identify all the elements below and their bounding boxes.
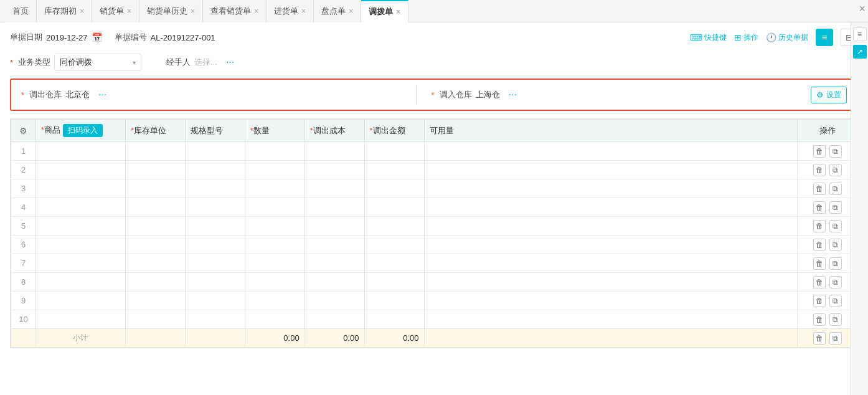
cell-available[interactable] [424,292,798,310]
tab-transfer[interactable]: 调拨单 × [361,0,408,22]
settings-button[interactable]: ⚙ 设置 [811,87,847,103]
cell-available[interactable] [424,217,798,236]
copy-icon[interactable]: ⧉ [829,220,842,232]
cell-available[interactable] [424,198,798,217]
cell-amount[interactable] [364,254,424,273]
cell-quantity[interactable] [245,254,304,273]
cell-spec[interactable] [185,310,245,329]
operations-button[interactable]: ⊞ 操作 [734,32,758,43]
close-icon[interactable]: × [191,7,195,16]
cell-amount[interactable] [364,179,424,198]
cell-cost[interactable] [304,254,364,273]
cell-product[interactable] [36,236,126,254]
close-icon[interactable]: × [349,7,353,16]
cell-product[interactable] [36,273,126,292]
delete-icon[interactable]: 🗑 [813,183,826,195]
cell-quantity[interactable] [245,292,304,310]
cell-quantity[interactable] [245,236,304,254]
cell-product[interactable] [36,254,126,273]
th-settings[interactable]: ⚙ [11,120,36,142]
copy-icon[interactable]: ⧉ [829,239,842,251]
cell-quantity[interactable] [245,217,304,236]
cell-unit[interactable] [125,142,185,161]
cell-spec[interactable] [185,254,245,273]
delete-icon[interactable]: 🗑 [813,164,826,176]
close-icon[interactable]: × [301,7,306,16]
cell-product[interactable] [36,161,126,179]
cell-spec[interactable] [185,142,245,161]
cell-unit[interactable] [125,236,185,254]
cell-product[interactable] [36,217,126,236]
cell-quantity[interactable] [245,179,304,198]
right-panel-list-button[interactable]: ≡ [853,27,867,41]
copy-icon[interactable]: ⧉ [829,332,842,345]
cell-amount[interactable] [364,236,424,254]
cell-spec[interactable] [185,179,245,198]
cell-available[interactable] [424,236,798,254]
cell-cost[interactable] [304,161,364,179]
delete-icon[interactable]: 🗑 [813,220,826,232]
cell-available[interactable] [424,254,798,273]
cell-cost[interactable] [304,142,364,161]
cell-spec[interactable] [185,292,245,310]
cell-amount[interactable] [364,292,424,310]
delete-icon[interactable]: 🗑 [813,276,826,288]
window-close-button[interactable]: × [859,2,866,16]
close-icon[interactable]: × [396,7,400,16]
cell-spec[interactable] [185,161,245,179]
cell-quantity[interactable] [245,273,304,292]
cell-unit[interactable] [125,179,185,198]
cell-spec[interactable] [185,236,245,254]
cell-product[interactable] [36,142,126,161]
copy-icon[interactable]: ⧉ [829,313,842,326]
cell-cost[interactable] [304,217,364,236]
copy-icon[interactable]: ⧉ [829,295,842,307]
delete-icon[interactable]: 🗑 [813,313,826,326]
cell-quantity[interactable] [245,198,304,217]
cell-cost[interactable] [304,236,364,254]
calendar-icon[interactable]: 📅 [92,32,102,42]
cell-product[interactable] [36,292,126,310]
cell-available[interactable] [424,179,798,198]
cell-unit[interactable] [125,292,185,310]
cell-unit[interactable] [125,161,185,179]
cell-amount[interactable] [364,217,424,236]
close-icon[interactable]: × [127,7,131,16]
copy-icon[interactable]: ⧉ [829,257,842,270]
cell-amount[interactable] [364,198,424,217]
cell-amount[interactable] [364,310,424,329]
cell-available[interactable] [424,161,798,179]
cell-unit[interactable] [125,254,185,273]
cell-unit[interactable] [125,310,185,329]
delete-icon[interactable]: 🗑 [813,332,826,345]
delete-icon[interactable]: 🗑 [813,295,826,307]
close-icon[interactable]: × [254,7,258,16]
copy-icon[interactable]: ⧉ [829,164,842,176]
cell-product[interactable] [36,310,126,329]
delete-icon[interactable]: 🗑 [813,145,826,158]
tab-purchase[interactable]: 进货单 × [267,0,314,22]
cell-product[interactable] [36,179,126,198]
target-warehouse-more[interactable]: ··· [509,89,517,100]
scan-input-button[interactable]: 扫码录入 [63,124,103,137]
tab-inventory-check[interactable]: 盘点单 × [314,0,361,22]
cell-spec[interactable] [185,273,245,292]
delete-icon[interactable]: 🗑 [813,239,826,251]
cell-cost[interactable] [304,273,364,292]
cell-cost[interactable] [304,179,364,198]
cell-cost[interactable] [304,198,364,217]
tab-sales-history[interactable]: 销货单历史 × [139,0,203,22]
cell-quantity[interactable] [245,142,304,161]
tab-inventory-init[interactable]: 库存期初 × [37,0,92,22]
cell-spec[interactable] [185,198,245,217]
delete-icon[interactable]: 🗑 [813,201,826,214]
cell-unit[interactable] [125,217,185,236]
delete-icon[interactable]: 🗑 [813,257,826,270]
cell-spec[interactable] [185,217,245,236]
close-icon[interactable]: × [80,7,84,16]
cell-available[interactable] [424,142,798,161]
shortcuts-button[interactable]: ⌨ 快捷键 [690,32,727,43]
cell-amount[interactable] [364,161,424,179]
source-warehouse-more[interactable]: ··· [98,89,106,100]
table-gear-icon[interactable]: ⚙ [19,126,27,136]
